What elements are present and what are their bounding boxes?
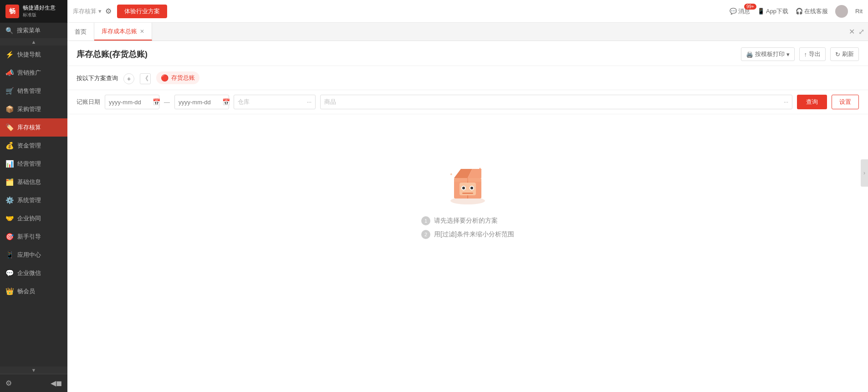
sidebar-footer: ⚙ ◀◼	[0, 374, 67, 392]
page-actions: 🖨️ 按模板打印 ▾ ↑ 导出 ↻ 刷新	[741, 47, 859, 61]
sidebar-item-label: 库存核算	[17, 123, 41, 132]
inventory-icon: 🏷️	[5, 123, 14, 132]
scroll-up-button[interactable]: ▲	[31, 39, 36, 45]
message-badge: 99+	[744, 4, 756, 10]
sidebar-audio-button[interactable]: ◀◼	[51, 379, 62, 387]
chevron-right-icon: ›	[863, 170, 865, 176]
sidebar-item-operations[interactable]: 📊 经营管理	[0, 155, 67, 173]
tab-close-button[interactable]: ✕	[140, 28, 144, 35]
sidebar-item-label: 采购管理	[17, 105, 41, 113]
goods-select[interactable]: 商品 ···	[320, 95, 792, 109]
page-title: 库存总账(存货总账)	[77, 49, 148, 60]
goods-placeholder: 商品	[324, 98, 336, 106]
tab-home[interactable]: 首页	[67, 23, 94, 41]
date-start-field[interactable]	[109, 99, 150, 106]
empty-tip-1: 1 请先选择要分析的方案	[421, 216, 514, 225]
date-end-input[interactable]: 📅	[174, 95, 229, 109]
sidebar-item-appcenter[interactable]: 📱 应用中心	[0, 246, 67, 264]
tab-home-label: 首页	[75, 28, 87, 36]
sidebar-item-quick-nav[interactable]: ⚡ 快捷导航	[0, 46, 67, 64]
export-icon: ↑	[804, 51, 807, 58]
sidebar: 畅 畅捷通好生意 标准版 🔍 搜索菜单 ▲ ⚡ 快捷导航 📣 营销推广 🛒 销售…	[0, 0, 67, 392]
tab-bar-expand-button[interactable]: ⤢	[858, 27, 864, 36]
refresh-label: 刷新	[842, 50, 854, 58]
sidebar-item-newbie[interactable]: 🎯 新手引导	[0, 228, 67, 246]
message-button[interactable]: 💬 消息 99+	[730, 7, 750, 15]
query-row: 记账日期 📅 — 📅 仓库 ··· 商品 ··· 查询 设置	[67, 90, 868, 114]
newbie-icon: 🎯	[5, 233, 14, 241]
warehouse-placeholder: 仓库	[238, 98, 250, 106]
calendar-start-icon[interactable]: 📅	[153, 98, 160, 106]
tab-bar-close-button[interactable]: ✕	[849, 27, 855, 36]
tab-inventory-ledger[interactable]: 库存成本总账 ✕	[94, 23, 152, 41]
date-label: 记账日期	[77, 98, 100, 106]
filter-scheme-inventory[interactable]: 🔴 存货总账	[156, 71, 199, 84]
system-icon: ⚙️	[5, 196, 14, 204]
scheme-label: 存货总账	[171, 74, 195, 82]
svg-point-7	[462, 187, 465, 189]
topbar-settings-button[interactable]: ⚙	[105, 7, 112, 15]
topbar-breadcrumb: 库存核算	[73, 7, 97, 15]
goods-more-icon: ···	[784, 99, 788, 105]
refresh-button[interactable]: ↻ 刷新	[830, 47, 859, 61]
main-area: 库存核算 ▾ ⚙ 体验行业方案 💬 消息 99+ 📱 App下载 🎧 在线客服 …	[67, 0, 868, 392]
topbar-right: 💬 消息 99+ 📱 App下载 🎧 在线客服 Rit	[730, 5, 863, 18]
sidebar-item-inventory[interactable]: 🏷️ 库存核算	[0, 118, 67, 137]
export-button[interactable]: ↑ 导出	[799, 47, 826, 61]
search-menu-label: 搜索菜单	[17, 26, 41, 35]
sidebar-item-marketing[interactable]: 📣 营销推广	[0, 64, 67, 82]
filter-add-button[interactable]: +	[123, 73, 134, 84]
logo-text-block: 畅捷通好生意 标准版	[23, 5, 56, 18]
page-header: 库存总账(存货总账) 🖨️ 按模板打印 ▾ ↑ 导出 ↻ 刷新	[67, 41, 868, 66]
sidebar-item-label: 经营管理	[17, 160, 41, 168]
scroll-down-button[interactable]: ▼	[31, 367, 36, 373]
logo-title: 畅捷通好生意	[23, 5, 56, 12]
service-label: 在线客服	[804, 7, 828, 15]
sidebar-item-sales[interactable]: 🛒 销售管理	[0, 82, 67, 100]
avatar[interactable]	[835, 5, 848, 18]
empty-state: ✦ ✦ 1 请先选择要分析的方案 2 用[过滤]条件来缩小分析范围	[67, 114, 868, 275]
right-panel-toggle[interactable]: ›	[861, 159, 868, 187]
sidebar-item-label: 企业协同	[17, 214, 41, 223]
sidebar-item-label: 企业微信	[17, 269, 41, 277]
tip-num-2: 2	[421, 230, 430, 239]
query-button[interactable]: 查询	[797, 95, 827, 109]
template-print-button[interactable]: 🖨️ 按模板打印 ▾	[741, 47, 795, 61]
app-logo: 畅 畅捷通好生意 标准版	[0, 0, 67, 23]
service-icon: 🎧	[796, 8, 803, 15]
sidebar-item-system[interactable]: ⚙️ 系统管理	[0, 191, 67, 209]
logo-subtitle: 标准版	[23, 12, 56, 18]
calendar-end-icon[interactable]: 📅	[222, 98, 230, 106]
filter-collapse-button[interactable]: 《	[140, 73, 151, 84]
trial-button[interactable]: 体验行业方案	[117, 5, 167, 18]
sidebar-item-wechat[interactable]: 💬 企业微信	[0, 264, 67, 282]
sidebar-nav: ⚡ 快捷导航 📣 营销推广 🛒 销售管理 📦 采购管理 🏷️ 库存核算 💰 资金…	[0, 46, 67, 367]
sidebar-item-purchase[interactable]: 📦 采购管理	[0, 100, 67, 118]
sidebar-item-coop[interactable]: 🤝 企业协同	[0, 209, 67, 228]
sidebar-item-label: 资金管理	[17, 142, 41, 150]
date-end-field[interactable]	[179, 99, 220, 106]
search-menu-button[interactable]: 🔍 搜索菜单	[0, 23, 67, 38]
breadcrumb-dropdown[interactable]: ▾	[98, 8, 102, 15]
basic-icon: 🗂️	[5, 178, 14, 186]
marketing-icon: 📣	[5, 69, 14, 77]
sidebar-item-finance[interactable]: 💰 资金管理	[0, 137, 67, 155]
filter-label: 按以下方案查询	[77, 71, 118, 82]
sidebar-item-basic[interactable]: 🗂️ 基础信息	[0, 173, 67, 191]
username-label[interactable]: Rit	[855, 8, 863, 15]
sidebar-item-label: 系统管理	[17, 196, 41, 204]
tab-bar: 首页 库存成本总账 ✕ ✕ ⤢	[67, 23, 868, 41]
empty-illustration: ✦ ✦	[440, 151, 495, 205]
sidebar-settings-button[interactable]: ⚙	[5, 379, 12, 387]
sidebar-item-label: 基础信息	[17, 178, 41, 186]
settings-button[interactable]: 设置	[832, 95, 859, 109]
vip-icon: 👑	[5, 287, 14, 295]
online-service-button[interactable]: 🎧 在线客服	[796, 7, 828, 15]
svg-rect-9	[462, 193, 473, 194]
app-download-button[interactable]: 📱 App下载	[757, 7, 788, 15]
sidebar-item-vip[interactable]: 👑 畅会员	[0, 282, 67, 300]
warehouse-select[interactable]: 仓库 ···	[234, 95, 316, 109]
search-icon: 🔍	[5, 27, 13, 34]
date-start-input[interactable]: 📅	[105, 95, 159, 109]
svg-rect-3	[454, 178, 481, 182]
